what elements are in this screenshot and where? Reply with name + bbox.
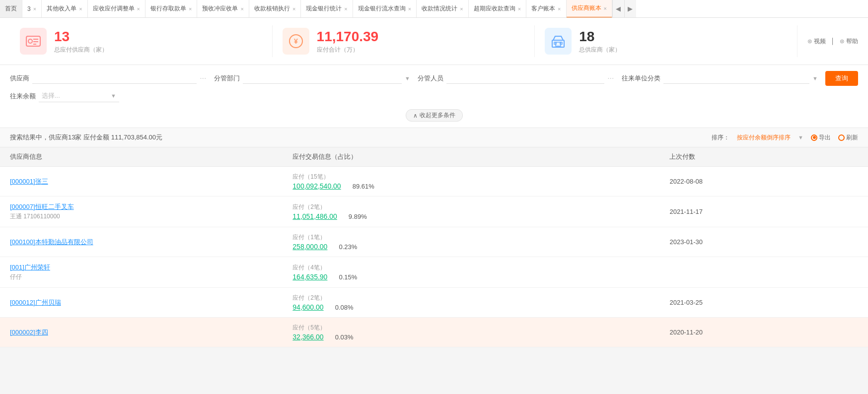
- refresh-radio-icon: [838, 134, 845, 141]
- table-row: [001]广州荣轩 仔仔 应付（4笔） 164,635.90 0.15%: [0, 257, 868, 288]
- export-button[interactable]: 导出: [811, 133, 831, 142]
- balance-filter-label: 往来余额: [10, 92, 36, 101]
- nav-tab-home[interactable]: 首页: [0, 0, 22, 18]
- transaction-info-2: 应付（2笔） 11,051,486.00 9.89%: [292, 203, 669, 220]
- supplier-filter-dots[interactable]: ···: [200, 74, 206, 83]
- unit-type-filter-input[interactable]: [663, 73, 810, 84]
- trans-percent-2: 9.89%: [349, 213, 367, 220]
- results-bar: 搜索结果中，供应商13家 应付金额 111,703,854.00元 排序： 按应…: [0, 128, 868, 147]
- close-tab-overdue-query[interactable]: ×: [518, 6, 521, 12]
- balance-filter-value[interactable]: 选择...: [42, 91, 60, 100]
- supplier-filter-input[interactable]: [32, 73, 197, 84]
- last-pay-date-1: 2022-08-08: [669, 178, 703, 185]
- nav-tab-customer-account-label: 客户账本: [531, 4, 555, 13]
- supplier-code-5: [000012]: [10, 299, 35, 306]
- svg-rect-10: [560, 42, 562, 44]
- trans-amount-6[interactable]: 32,366.00: [292, 333, 323, 341]
- nav-tab-customer-account[interactable]: 客户账本 ×: [526, 0, 566, 18]
- dept-filter-input[interactable]: [243, 73, 402, 84]
- lastpay-cell-3: 2023-01-30: [669, 238, 858, 246]
- lastpay-cell-6: 2020-11-20: [669, 328, 858, 336]
- dept-filter-chevron-icon[interactable]: ▼: [405, 75, 410, 81]
- close-tab-collect-verify[interactable]: ×: [292, 6, 295, 12]
- trans-amount-2[interactable]: 11,051,486.00: [292, 212, 337, 220]
- supplier-link-1[interactable]: [000001]张三: [10, 177, 292, 186]
- transaction-cell-2: 应付（2笔） 11,051,486.00 9.89%: [292, 203, 669, 220]
- filter-item-unit-type: 往来单位分类 ▼: [622, 73, 818, 84]
- trans-amount-3[interactable]: 258,000.00: [292, 243, 327, 251]
- trans-label-1: 应付（15笔）: [292, 173, 669, 181]
- supplier-sub-2: 王通 17106110000: [10, 212, 292, 221]
- nav-tab-ap-adjust[interactable]: 应收应付调整单 ×: [88, 0, 145, 18]
- nav-next-arrow[interactable]: ▶: [624, 0, 636, 18]
- query-button[interactable]: 查询: [825, 71, 858, 86]
- close-tab-customer-account[interactable]: ×: [558, 6, 561, 12]
- trans-label-5: 应付（2笔）: [292, 294, 669, 302]
- table-row: [000007]恒旺二手叉车 王通 17106110000 应付（2笔） 11,…: [0, 197, 868, 227]
- close-tab-3[interactable]: ×: [33, 6, 36, 12]
- unit-type-filter-chevron-icon[interactable]: ▼: [812, 75, 818, 81]
- close-tab-bank-deposit[interactable]: ×: [189, 6, 192, 12]
- nav-tab-collect-verify-label: 收款核销执行: [254, 4, 290, 13]
- supplier-code-4: [001]: [10, 263, 24, 271]
- supplier-name-6: 李四: [35, 328, 48, 336]
- close-tab-collect-stat[interactable]: ×: [460, 6, 463, 12]
- last-pay-date-5: 2021-03-25: [669, 299, 703, 306]
- person-filter-dots[interactable]: ···: [607, 74, 614, 83]
- close-tab-supplier-account[interactable]: ×: [604, 5, 607, 11]
- sort-value[interactable]: 按应付余额倒序排序: [737, 133, 791, 142]
- total-suppliers-icon: [545, 28, 572, 55]
- svg-rect-9: [554, 42, 556, 44]
- trans-amount-5[interactable]: 94,600.00: [292, 303, 323, 311]
- nav-tab-bank-deposit[interactable]: 银行存取款单 ×: [145, 0, 197, 18]
- nav-tab-cash-bank-flow[interactable]: 现金银行流水查询 ×: [353, 0, 417, 18]
- nav-tab-collect-verify[interactable]: 收款核销执行 ×: [249, 0, 301, 18]
- close-tab-cash-bank-flow[interactable]: ×: [408, 6, 411, 12]
- nav-tab-3[interactable]: 3 ×: [22, 0, 42, 18]
- filter-area: 供应商 ··· 分管部门 ▼ 分管人员 ··· 往来单位分类 ▼: [0, 65, 868, 128]
- close-tab-advance-collect[interactable]: ×: [240, 6, 243, 12]
- transaction-cell-1: 应付（15笔） 100,092,540.00 89.61%: [292, 173, 669, 190]
- transaction-info-4: 应付（4笔） 164,635.90 0.15%: [292, 263, 669, 281]
- supplier-code-2: [000007]: [10, 203, 35, 210]
- close-tab-ap-adjust[interactable]: ×: [137, 6, 140, 12]
- nav-tab-collect-stat[interactable]: 收款情况统计 ×: [417, 0, 468, 18]
- nav-tab-supplier-account[interactable]: 供应商账本 ×: [567, 0, 612, 18]
- top-navigation: 首页 3 × 其他收入单 × 应收应付调整单 × 银行存取款单 × 预收冲应收单…: [0, 0, 868, 18]
- refresh-button[interactable]: 刷新: [838, 133, 858, 142]
- last-pay-date-3: 2023-01-30: [669, 238, 703, 246]
- trans-percent-3: 0.23%: [339, 243, 357, 251]
- balance-filter-chevron-icon[interactable]: ▼: [111, 93, 116, 99]
- trans-amount-4[interactable]: 164,635.90: [292, 273, 327, 281]
- help-link[interactable]: ⊙ 帮助: [840, 37, 858, 46]
- nav-prev-arrow[interactable]: ◀: [612, 0, 624, 18]
- total-suppliers-number: 18: [579, 28, 787, 45]
- export-label: 导出: [819, 133, 831, 142]
- payable-suppliers-info: 13 总应付供应商（家）: [54, 28, 262, 55]
- nav-tab-cash-bank-stat[interactable]: 现金银行统计 ×: [301, 0, 353, 18]
- nav-tab-advance-collect[interactable]: 预收冲应收单 ×: [197, 0, 249, 18]
- nav-tab-overdue-query[interactable]: 超期应收款查询 ×: [469, 0, 526, 18]
- table-row: [000002]李四 应付（5笔） 32,366.00 0.03% 2020-1…: [0, 318, 868, 347]
- supplier-cell-6: [000002]李四: [10, 328, 292, 337]
- trans-label-3: 应付（1笔）: [292, 233, 669, 242]
- close-tab-other-income[interactable]: ×: [79, 6, 82, 12]
- supplier-code-6: [000002]: [10, 328, 35, 336]
- sort-chevron-icon[interactable]: ▼: [798, 134, 803, 140]
- collapse-icon: ∧: [413, 112, 418, 119]
- supplier-link-3[interactable]: [000100]本特勤油品有限公司: [10, 238, 292, 247]
- supplier-link-2[interactable]: [000007]恒旺二手叉车: [10, 202, 292, 211]
- svg-point-1: [28, 39, 32, 43]
- collapse-button[interactable]: ∧ 收起更多条件: [406, 109, 463, 122]
- supplier-link-4[interactable]: [001]广州荣轩: [10, 263, 292, 272]
- supplier-link-6[interactable]: [000002]李四: [10, 328, 292, 337]
- trans-amount-1[interactable]: 100,092,540.00: [292, 182, 341, 190]
- supplier-link-5[interactable]: [000012]广州贝瑞: [10, 298, 292, 307]
- person-filter-input[interactable]: [446, 73, 604, 84]
- nav-tab-other-income[interactable]: 其他收入单 ×: [42, 0, 87, 18]
- video-link[interactable]: ⊙ 视频: [807, 37, 826, 46]
- collapse-label: 收起更多条件: [420, 111, 455, 120]
- header-lastpay: 上次付数: [669, 152, 858, 161]
- nav-tab-collect-stat-label: 收款情况统计: [422, 4, 457, 13]
- close-tab-cash-bank-stat[interactable]: ×: [344, 6, 347, 12]
